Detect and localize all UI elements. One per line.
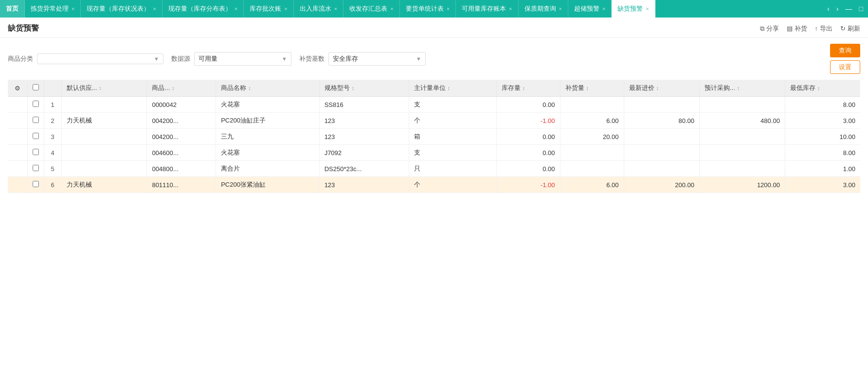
cell-estimated-purchase-1: 480.00: [699, 113, 785, 129]
cell-estimated-purchase-5: 1200.00: [699, 177, 785, 193]
replenish-arrow-icon: ▼: [416, 56, 421, 62]
th-spec[interactable]: 规格型号↕: [319, 80, 409, 97]
th-unit[interactable]: 主计量单位↕: [409, 80, 496, 97]
cell-spec-3: J7092: [319, 145, 409, 161]
tab-expiry[interactable]: 保质期查询×: [519, 0, 568, 18]
th-latest-price[interactable]: 最新进价↕: [624, 80, 699, 97]
row-checkbox-2[interactable]: [33, 133, 39, 139]
row-checkbox-1[interactable]: [33, 117, 39, 123]
tab-demand-stats[interactable]: 要货单统计表×: [400, 0, 456, 18]
th-min-stock[interactable]: 最低库存↕: [785, 80, 860, 97]
cell-supplier-1: 力天机械: [61, 113, 147, 129]
cell-checkbox-5[interactable]: [27, 177, 44, 193]
table-row: 3 004200... 三九 123 箱 0.00 20.00 10.00: [8, 129, 860, 145]
category-select[interactable]: ▼: [37, 53, 163, 64]
supplement-action[interactable]: ▤ 补货: [787, 24, 807, 33]
supplier-sort-icon: ↕: [99, 85, 102, 91]
page-header: 缺货预警 ⧉ 分享 ▤ 补货 ↑ 导出 ↻ 刷新: [0, 18, 868, 38]
tab-available-ledger[interactable]: 可用量库存账本×: [456, 0, 518, 18]
export-icon: ↑: [815, 25, 818, 32]
tab-stockout[interactable]: 缺货预警×: [612, 0, 655, 18]
cell-min-stock-1: 3.00: [785, 113, 860, 129]
cell-checkbox-2[interactable]: [27, 129, 44, 145]
goods-name-sort-icon: ↕: [248, 85, 251, 91]
table-header-row: ⚙ 默认供应...↕ 商品...↕ 商品名称↕ 规格型号↕: [8, 80, 860, 97]
tab-label-receive-summary: 收发存汇总表: [349, 4, 387, 13]
cell-goods-code-2: 004200...: [147, 129, 216, 145]
cell-min-stock-2: 10.00: [785, 129, 860, 145]
minimize-button[interactable]: —: [843, 4, 855, 14]
th-estimated-purchase[interactable]: 预计采购...↕: [699, 80, 785, 97]
tab-close-demand-stats[interactable]: ×: [447, 6, 450, 12]
row-checkbox-3[interactable]: [33, 149, 39, 155]
cell-checkbox-1[interactable]: [27, 113, 44, 129]
select-all-checkbox[interactable]: [33, 84, 39, 90]
th-stock[interactable]: 库存量↕: [496, 80, 560, 97]
cell-unit-0: 支: [409, 97, 496, 113]
tab-close-inventory-dist[interactable]: ×: [235, 6, 237, 12]
refresh-action[interactable]: ↻ 刷新: [840, 24, 860, 33]
tab-label-expiry: 保质期查询: [524, 4, 556, 13]
datasource-value: 可用量: [199, 54, 217, 63]
tab-inventory-status[interactable]: 现存量（库存状况表）×: [81, 0, 162, 18]
tab-prev-button[interactable]: ‹: [824, 4, 832, 14]
row-checkbox-0[interactable]: [33, 101, 39, 107]
tab-label-inventory-dist: 现存量（库存分布表）: [168, 4, 232, 13]
cell-checkbox-3[interactable]: [27, 145, 44, 161]
th-supplier[interactable]: 默认供应...↕: [61, 80, 147, 97]
tab-batch-ledger[interactable]: 库存批次账×: [244, 0, 293, 18]
cell-checkbox-4[interactable]: [27, 161, 44, 177]
th-goods-code[interactable]: 商品...↕: [147, 80, 216, 97]
cell-checkbox-0[interactable]: [27, 97, 44, 113]
cell-stock-4: 0.00: [496, 161, 560, 177]
export-action[interactable]: ↑ 导出: [815, 24, 833, 33]
tab-inventory-dist[interactable]: 现存量（库存分布表）×: [163, 0, 244, 18]
tab-inout-flow[interactable]: 出入库流水×: [294, 0, 344, 18]
maximize-button[interactable]: □: [856, 4, 866, 14]
tab-close-overstock[interactable]: ×: [602, 6, 605, 12]
cell-latest-price-3: [624, 145, 699, 161]
cell-stock-5: -1.00: [496, 177, 560, 193]
tab-next-button[interactable]: ›: [833, 4, 842, 14]
share-action[interactable]: ⧉ 分享: [760, 24, 779, 33]
tab-label-demand-stats: 要货单统计表: [406, 4, 444, 13]
tab-label-inventory-status: 现存量（库存状况表）: [87, 4, 150, 13]
row-checkbox-5[interactable]: [33, 181, 39, 187]
query-button[interactable]: 查询: [830, 44, 860, 57]
replenish-select[interactable]: 安全库存 ▼: [328, 52, 426, 66]
table-row: 2 力天机械 004200... PC200油缸庄子 123 个 -1.00 6…: [8, 113, 860, 129]
th-goods-name[interactable]: 商品名称↕: [216, 80, 319, 97]
share-icon: ⧉: [760, 25, 764, 33]
row-checkbox-4[interactable]: [33, 165, 39, 171]
main-content: 缺货预警 ⧉ 分享 ▤ 补货 ↑ 导出 ↻ 刷新 商品分类: [0, 18, 868, 387]
cell-gear-3: [8, 145, 27, 161]
cell-supplier-0: [61, 97, 147, 113]
tab-close-inventory-status[interactable]: ×: [153, 6, 156, 12]
datasource-select[interactable]: 可用量 ▼: [194, 52, 291, 66]
th-replenish[interactable]: 补货量↕: [560, 80, 624, 97]
tab-close-available-ledger[interactable]: ×: [509, 6, 512, 12]
cell-gear-0: [8, 97, 27, 113]
datasource-label: 数据源: [171, 54, 190, 63]
tab-overstock[interactable]: 超储预警×: [568, 0, 612, 18]
tab-close-receive-summary[interactable]: ×: [390, 6, 393, 12]
tab-receive-summary[interactable]: 收发存汇总表×: [344, 0, 399, 18]
th-gear[interactable]: ⚙: [8, 80, 27, 97]
tab-close-expiry[interactable]: ×: [559, 6, 562, 12]
cell-rownum-4: 5: [44, 161, 61, 177]
tab-close-batch-ledger[interactable]: ×: [284, 6, 287, 12]
cell-spec-5: 123: [319, 177, 409, 193]
tab-close-abnormal[interactable]: ×: [72, 6, 74, 12]
tab-close-inout-flow[interactable]: ×: [334, 6, 337, 12]
cell-rownum-3: 4: [44, 145, 61, 161]
cell-unit-3: 支: [409, 145, 496, 161]
settings-button[interactable]: 设置: [830, 60, 860, 74]
cell-replenish-5: 6.00: [560, 177, 624, 193]
tab-abnormal[interactable]: 拣货异常处理×: [25, 0, 81, 18]
cell-latest-price-2: [624, 129, 699, 145]
tab-close-stockout[interactable]: ×: [646, 6, 649, 12]
cell-replenish-4: [560, 161, 624, 177]
tab-home[interactable]: 首页: [0, 0, 25, 18]
tab-label-stockout: 缺货预警: [617, 4, 643, 13]
tab-label-available-ledger: 可用量库存账本: [462, 4, 506, 13]
